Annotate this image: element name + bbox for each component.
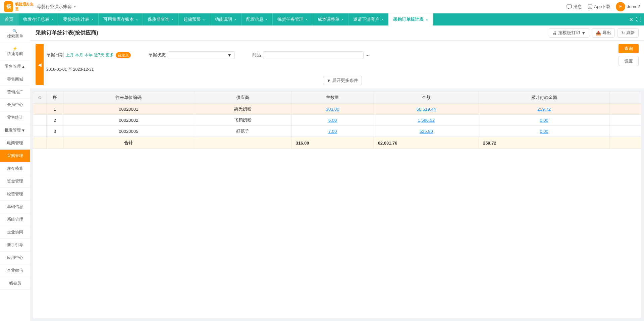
tab-overstock-close[interactable]: × <box>203 17 205 21</box>
sidebar-item-operations[interactable]: 经营管理 <box>0 188 30 201</box>
col-paid-amount: 累计付款金额 <box>479 92 609 104</box>
filter-date-item: 单据日期 上月 本月 本年 近7天 更多 自定义 <box>46 52 131 58</box>
sidebar-item-new-guide[interactable]: 新手引导 <box>0 239 30 252</box>
table-container: ⚙ 序 往来单位编码 供应商 主数量 金额 累计付款金额 1 <box>33 92 641 318</box>
workspace-arrow-icon: ▼ <box>73 5 76 8</box>
sidebar-item-purchase-mgmt[interactable]: 采购管理 <box>0 150 30 162</box>
app-download-btn[interactable]: App下载 <box>587 4 610 10</box>
col-settings[interactable]: ⚙ <box>33 92 47 104</box>
main-layout: 🔍 搜索菜单 ⚡ 快捷导航 零售管理 ▲ 零售商城 营销推广 会员中心 零售统计… <box>0 25 644 321</box>
tab-stock-ledger-close[interactable]: × <box>136 17 138 21</box>
tab-invite-downstream[interactable]: 邀请下游客户 × <box>348 13 388 25</box>
settings-col-icon[interactable]: ⚙ <box>38 95 42 100</box>
footer-row: 合计 316.00 62,631.76 259.72 <box>33 137 641 149</box>
maximize-btn[interactable]: ⛶ <box>636 16 641 22</box>
tab-pick-task[interactable]: 拣货任务管理 × <box>273 13 313 25</box>
query-btn[interactable]: 查询 <box>619 44 639 53</box>
template-print-btn[interactable]: 🖨 按模板打印 ▼ <box>549 28 589 38</box>
tab-func-desc-close[interactable]: × <box>234 17 236 21</box>
username: demo2 <box>627 4 640 9</box>
tab-func-desc[interactable]: 功能说明 × <box>210 13 241 25</box>
sidebar-item-system[interactable]: 系统管理 <box>0 213 30 226</box>
tab-config-info-close[interactable]: × <box>266 17 268 21</box>
export-btn[interactable]: 📤 导出 <box>592 28 615 38</box>
tab-cost-adjust-close[interactable]: × <box>341 17 343 21</box>
row-3-supplier-code: 00020005 <box>63 126 194 137</box>
sidebar-item-app-center[interactable]: 应用中心 <box>0 252 30 264</box>
sidebar-item-ecommerce[interactable]: 电商管理 <box>0 137 30 150</box>
tab-purchase-stat-close[interactable]: × <box>91 17 93 21</box>
sidebar-item-shortcuts[interactable]: ⚡ 快捷导航 <box>0 43 30 60</box>
tab-invite-downstream-close[interactable]: × <box>381 17 383 21</box>
tab-purchase-order-stat-close[interactable]: × <box>426 17 428 21</box>
expand-more-label: 展开更多条件 <box>332 77 358 84</box>
sidebar-item-enterprise-wechat[interactable]: 企业微信 <box>0 264 30 277</box>
tab-cost-adjust[interactable]: 成本调整单 × <box>313 13 348 25</box>
tab-overstock[interactable]: 超储预警 × <box>179 13 210 25</box>
shortcuts-icon: ⚡ <box>1 46 29 51</box>
row-3-checkbox <box>33 126 47 137</box>
sidebar-item-enterprise-collab[interactable]: 企业协同 <box>0 226 30 239</box>
tab-stock-ledger-label: 可用量库存账本 <box>103 16 134 22</box>
tab-config-info-label: 配置信息 <box>246 16 264 22</box>
date-range-row: 2016-01-01 至 2023-12-31 <box>46 67 639 72</box>
logo-icon: 畅 <box>4 1 13 12</box>
sidebar-item-inventory[interactable]: 库存核算 <box>0 162 30 175</box>
shortcut-more[interactable]: 更多 <box>106 52 114 58</box>
tab-config-info[interactable]: 配置信息 × <box>241 13 273 25</box>
shortcut-last-month[interactable]: 上月 <box>66 52 74 58</box>
nav-tabs-bar: 首页 收发存汇总表 × 要货单统计表 × 可用量库存账本 × 保质期查询 × 超… <box>0 13 644 25</box>
header-actions: 🖨 按模板打印 ▼ 📤 导出 ↻ 刷新 <box>549 28 639 38</box>
tab-receive-pay[interactable]: 收发存汇总表 × <box>18 13 58 25</box>
tab-expiry-query-close[interactable]: × <box>171 17 173 21</box>
svg-rect-0 <box>567 5 572 8</box>
row-2-main-qty: 6.00 <box>291 115 374 126</box>
date-shortcuts: 上月 本月 本年 近7天 更多 <box>66 52 114 58</box>
shortcut-this-year[interactable]: 本年 <box>85 52 93 58</box>
sidebar-item-retail-mall[interactable]: 零售商城 <box>0 73 30 86</box>
col-extra <box>609 92 641 104</box>
tab-stock-ledger[interactable]: 可用量库存账本 × <box>99 13 143 25</box>
row-2-no: 2 <box>47 115 63 126</box>
goods-input[interactable] <box>263 51 364 59</box>
tab-receive-pay-close[interactable]: × <box>51 17 53 21</box>
sidebar-item-finance[interactable]: 资金管理 <box>0 175 30 188</box>
sidebar-item-wholesale[interactable]: 批发管理 ▼ <box>0 124 30 137</box>
user-profile[interactable]: E demo2 <box>616 2 640 11</box>
sidebar-item-basic-info[interactable]: 基础信息 <box>0 201 30 213</box>
tab-expiry-query[interactable]: 保质期查询 × <box>143 13 178 25</box>
row-2-checkbox <box>33 115 47 126</box>
shortcut-this-month[interactable]: 本月 <box>75 52 83 58</box>
col-no: 序 <box>47 92 63 104</box>
status-select[interactable]: ▼ <box>168 51 235 59</box>
template-print-icon: 🖨 <box>552 31 557 36</box>
sidebar-item-search[interactable]: 🔍 搜索菜单 <box>0 25 30 43</box>
sidebar-item-member[interactable]: 会员中心 <box>0 99 30 111</box>
row-1-supplier: 惠氏奶粉 <box>194 104 291 115</box>
logo-text: 畅捷通好生意 <box>15 2 34 11</box>
goods-more-icon[interactable]: ··· <box>366 52 370 58</box>
sidebar-item-retail-mgmt[interactable]: 零售管理 ▲ <box>0 60 30 73</box>
tab-pick-task-close[interactable]: × <box>306 17 308 21</box>
sidebar-item-marketing[interactable]: 营销推广 <box>0 86 30 99</box>
settings-btn[interactable]: 设置 <box>619 56 639 66</box>
tab-home[interactable]: 首页 <box>0 13 18 25</box>
expand-more-btn[interactable]: ▼ 展开更多条件 <box>323 76 362 85</box>
messages-btn[interactable]: 消息 <box>567 4 582 10</box>
expand-more-row: ▼ 展开更多条件 <box>46 74 639 85</box>
workspace-selector[interactable]: 母婴行业演示账套 ▼ <box>37 4 76 10</box>
avatar: E <box>616 2 625 11</box>
collapse-toggle-btn[interactable]: ◀ <box>36 44 44 85</box>
goods-label: 商品 <box>252 52 261 58</box>
sidebar-item-member2[interactable]: 畅会员 <box>0 277 30 290</box>
shortcut-7-days[interactable]: 近7天 <box>94 52 104 58</box>
sidebar-item-retail-stat[interactable]: 零售统计 <box>0 111 30 124</box>
close-tab-btn[interactable]: ✕ <box>629 16 633 23</box>
tab-purchase-order-stat[interactable]: 采购订单统计表 × <box>388 13 433 25</box>
retail-mgmt-arrow-icon: ▲ <box>21 64 25 69</box>
tab-purchase-stat[interactable]: 要货单统计表 × <box>58 13 98 25</box>
row-2-supplier: 飞鹤奶粉 <box>194 115 291 126</box>
row-1-paid-amount: 259.72 <box>479 104 609 115</box>
refresh-btn[interactable]: ↻ 刷新 <box>618 28 639 38</box>
wholesale-arrow-icon: ▼ <box>21 128 25 133</box>
